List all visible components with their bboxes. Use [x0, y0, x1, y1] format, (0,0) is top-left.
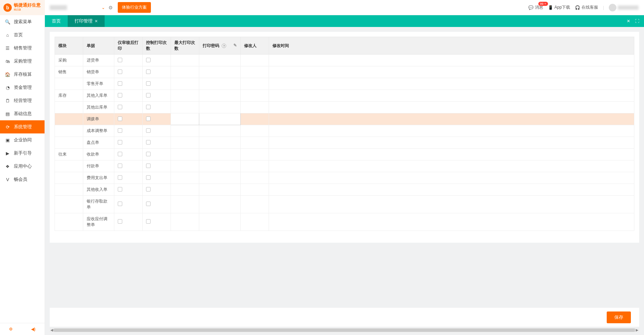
settings-icon[interactable]: ⚙ [9, 327, 13, 332]
checkbox[interactable] [146, 93, 151, 97]
app-download-button[interactable]: 📱 App下载 [548, 4, 570, 10]
close-all-icon[interactable]: ✕ [627, 19, 630, 24]
checkbox[interactable] [146, 164, 151, 168]
top-header: b 畅捷通好生意 精品版 ⌄ ⚙ 体验行业方案 💬 消息 99 + 📱 App下… [0, 0, 644, 15]
table-row[interactable]: 库存其他入库单 [55, 90, 634, 102]
checkbox[interactable] [118, 69, 122, 74]
table-row[interactable]: 成本调整单 [55, 125, 634, 137]
promo-button[interactable]: 体验行业方案 [118, 2, 151, 13]
gear-icon[interactable]: ⚙ [108, 5, 113, 10]
checkbox[interactable] [146, 117, 151, 121]
edit-column-icon[interactable]: ✎ [233, 43, 237, 48]
table-row[interactable]: 付款单 [55, 160, 634, 172]
table-row[interactable]: 调拨单 [55, 113, 634, 125]
cell-modifier [241, 213, 269, 231]
sidebar-item-7[interactable]: ▤基础信息 [0, 107, 45, 120]
th-doc: 单据 [83, 37, 114, 55]
table-row[interactable]: 其他收入单 [55, 184, 634, 196]
scroll-thumb[interactable] [53, 328, 636, 332]
checkbox[interactable] [146, 58, 151, 62]
cell-max-count [171, 66, 199, 78]
checkbox[interactable] [146, 175, 151, 180]
sidebar-item-12[interactable]: V畅会员 [0, 173, 45, 186]
sidebar-item-4[interactable]: 🏠库存核算 [0, 68, 45, 81]
checkbox[interactable] [118, 187, 122, 192]
cell-only-audit [114, 102, 143, 113]
logo-icon: b [3, 3, 12, 12]
sidebar-item-5[interactable]: ◔资金管理 [0, 81, 45, 94]
checkbox[interactable] [146, 81, 151, 86]
sidebar-item-9[interactable]: ▣企业协同 [0, 133, 45, 147]
cell-only-audit [114, 149, 143, 160]
checkbox[interactable] [146, 140, 151, 145]
table-row[interactable]: 其他出库单 [55, 102, 634, 113]
user-menu[interactable] [609, 4, 638, 11]
sidebar-item-6[interactable]: 🗒经营管理 [0, 94, 45, 107]
checkbox[interactable] [146, 152, 151, 156]
checkbox[interactable] [146, 187, 151, 192]
fullscreen-icon[interactable]: ⛶ [635, 19, 639, 24]
cell-modify-time [269, 172, 634, 184]
help-icon[interactable]: ? [222, 44, 226, 48]
cell-module [55, 213, 83, 231]
checkbox[interactable] [146, 105, 151, 109]
save-button[interactable]: 保存 [607, 311, 631, 323]
scroll-right-arrow[interactable]: ▶ [635, 328, 639, 332]
checkbox[interactable] [118, 117, 122, 121]
checkbox[interactable] [118, 219, 122, 224]
checkbox[interactable] [118, 164, 122, 168]
sidebar-item-1[interactable]: ⌂首页 [0, 28, 45, 41]
checkbox[interactable] [146, 69, 151, 74]
checkbox[interactable] [118, 93, 122, 97]
checkbox[interactable] [118, 202, 122, 206]
checkbox[interactable] [146, 219, 151, 224]
checkbox[interactable] [118, 128, 122, 133]
checkbox[interactable] [118, 140, 122, 145]
checkbox[interactable] [118, 152, 122, 156]
cell-doc: 银行存取款单 [83, 196, 114, 213]
sidebar-item-3[interactable]: 🛍采购管理 [0, 55, 45, 68]
table-row[interactable]: 银行存取款单 [55, 196, 634, 213]
service-label: 在线客服 [581, 4, 598, 10]
checkbox[interactable] [118, 81, 122, 86]
logo-name: 畅捷通好生意 [14, 3, 41, 8]
sidebar-item-2[interactable]: ☰销售管理 [0, 41, 45, 55]
close-icon[interactable]: ✕ [95, 19, 98, 24]
tab-print-manage[interactable]: 打印管理 ✕ [68, 15, 105, 27]
tab-home[interactable]: 首页 [45, 15, 68, 27]
cell-pwd [199, 149, 241, 160]
sidebar-item-8[interactable]: ⟳系统管理 [0, 120, 45, 133]
sidebar-item-0[interactable]: 🔍搜索菜单 [0, 15, 45, 28]
checkbox[interactable] [118, 175, 122, 180]
table-row[interactable]: 往来收款单 [55, 149, 634, 160]
table-row[interactable]: 应收应付调整单 [55, 213, 634, 231]
sidebar-item-11[interactable]: ❖应用中心 [0, 160, 45, 173]
cell-ctrl-count [143, 160, 171, 172]
org-selector[interactable]: ⌄ [50, 5, 105, 10]
table-row[interactable]: 销售销货单 [55, 66, 634, 78]
sidebar-item-label: 企业协同 [14, 137, 32, 143]
checkbox[interactable] [146, 202, 151, 206]
collapse-icon[interactable]: ◀) [31, 327, 36, 332]
cell-only-audit [114, 137, 143, 149]
horizontal-scrollbar[interactable]: ◀ ▶ [50, 328, 639, 332]
table-row[interactable]: 盘点单 [55, 137, 634, 149]
checkbox[interactable] [146, 128, 151, 133]
cell-ctrl-count [143, 125, 171, 137]
customer-service-button[interactable]: 🎧 在线客服 [575, 4, 598, 10]
checkbox[interactable] [118, 105, 122, 109]
menu-icon: ☰ [5, 45, 10, 51]
sidebar-item-10[interactable]: ▶新手引导 [0, 147, 45, 160]
table-row[interactable]: 采购进货单 [55, 55, 634, 66]
sidebar-item-label: 新手引导 [14, 150, 32, 156]
logo-area: b 畅捷通好生意 精品版 [0, 0, 45, 15]
menu-icon: 🏠 [5, 72, 10, 77]
messages-button[interactable]: 💬 消息 99 + [528, 4, 543, 10]
table-row[interactable]: 费用支出单 [55, 172, 634, 184]
cell-only-audit [114, 90, 143, 102]
checkbox[interactable] [118, 58, 122, 62]
cell-doc: 付款单 [83, 160, 114, 172]
table-row[interactable]: 零售开单 [55, 78, 634, 90]
cell-pwd [199, 184, 241, 196]
divider: | [603, 5, 604, 10]
